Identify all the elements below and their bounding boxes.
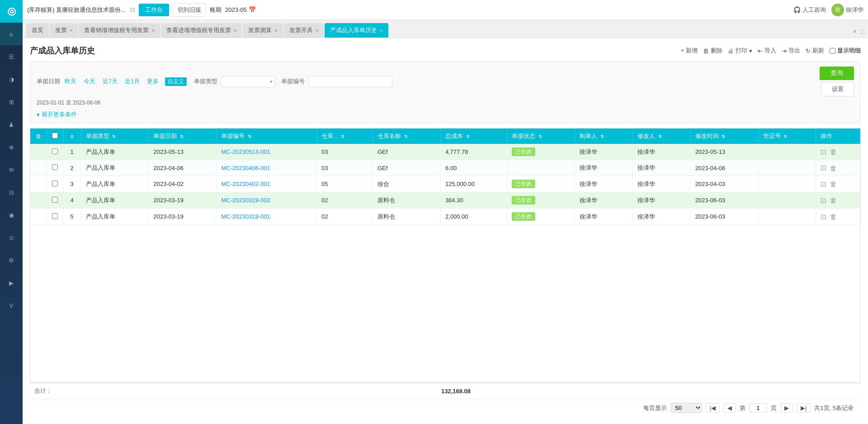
row-link-3[interactable]: MC-20230319-002: [221, 197, 270, 204]
print-button[interactable]: 🖨 打印 ▾: [728, 47, 752, 55]
row-link-0[interactable]: MC-20230513-001: [221, 148, 270, 155]
row-checkbox-0[interactable]: [52, 148, 58, 154]
expand-button[interactable]: ▾ 展开更多条件: [37, 110, 77, 119]
td-number-2[interactable]: MC-20230402-001: [217, 176, 316, 192]
sidebar-item-10[interactable]: ⊙: [0, 226, 23, 249]
tab-invoice-issue[interactable]: 发票开具 ×: [284, 23, 324, 38]
tab-product-history-close[interactable]: ×: [380, 28, 382, 33]
sidebar-item-menu[interactable]: ☰: [0, 45, 23, 68]
shortcut-more[interactable]: 更多: [146, 77, 160, 86]
tab-invoice-close[interactable]: ×: [70, 28, 72, 33]
sidebar-item-9[interactable]: ◉: [0, 204, 23, 226]
row-checkbox-2[interactable]: [52, 181, 58, 186]
th-number[interactable]: 单据编号 ⇅: [217, 129, 316, 144]
tab-invoice-issue-close[interactable]: ×: [316, 28, 318, 33]
td-checkbox-1[interactable]: [47, 160, 63, 176]
filter-type-select[interactable]: [221, 76, 275, 87]
filter-number-input[interactable]: [308, 76, 392, 87]
tab-invoice-calc-close[interactable]: ×: [274, 28, 277, 33]
copy-icon[interactable]: ⊡: [130, 6, 135, 13]
tab-purchase-vat[interactable]: 查看进项增值税专用发票 ×: [161, 23, 242, 38]
th-warehouse-name[interactable]: 仓库名称 ⇅: [373, 129, 440, 144]
sidebar-item-home[interactable]: ⌂: [0, 23, 23, 45]
shortcut-yesterday[interactable]: 昨天: [64, 77, 77, 86]
td-checkbox-4[interactable]: [47, 209, 63, 225]
tab-sales-vat[interactable]: 查看销项增值税专用发票 ×: [79, 23, 160, 38]
reset-button[interactable]: 设置: [821, 82, 854, 96]
column-settings-icon[interactable]: ⚙: [36, 133, 41, 140]
th-date[interactable]: 单据日期 ⇅: [149, 129, 217, 144]
calendar-icon[interactable]: 📅: [249, 6, 256, 13]
sidebar-item-message[interactable]: ✉: [0, 158, 23, 181]
row-link-1[interactable]: MC-20230406-001: [221, 165, 270, 172]
shortcut-7days[interactable]: 近7天: [102, 77, 118, 86]
show-detail-checkbox[interactable]: [830, 48, 835, 54]
workbench-button[interactable]: 工作台: [139, 4, 169, 16]
tab-purchase-vat-close[interactable]: ×: [234, 28, 236, 33]
row-checkbox-3[interactable]: [52, 197, 58, 203]
tab-sales-vat-close[interactable]: ×: [151, 28, 154, 33]
th-voucher[interactable]: 凭证号 ⇅: [758, 129, 816, 144]
td-number-1[interactable]: MC-20230406-001: [217, 160, 316, 176]
row-link-4[interactable]: MC-20230319-001: [221, 213, 270, 220]
prev-page-button[interactable]: ◀: [723, 403, 736, 413]
delete-row-icon-0[interactable]: 🗑: [830, 148, 837, 156]
sidebar-item-play[interactable]: ▶: [0, 272, 23, 294]
last-page-button[interactable]: ▶|: [797, 403, 811, 413]
td-number-0[interactable]: MC-20230513-001: [217, 144, 316, 160]
th-warehouse-code[interactable]: 仓库... ⇅: [316, 129, 373, 144]
sidebar-item-settings[interactable]: ⚙: [0, 249, 23, 272]
user-info[interactable]: 徐 徐泽华: [831, 4, 863, 16]
tab-invoice-calc[interactable]: 发票测算 ×: [243, 23, 283, 38]
delete-row-icon-1[interactable]: 🗑: [830, 164, 837, 172]
delete-row-icon-2[interactable]: 🗑: [830, 180, 837, 188]
edit-icon-2[interactable]: ⊡: [821, 180, 826, 188]
sidebar-item-apps[interactable]: ⊞: [0, 91, 23, 113]
edit-icon-3[interactable]: ⊡: [821, 196, 826, 205]
per-page-select[interactable]: 50 20 100: [670, 403, 702, 413]
edit-icon-0[interactable]: ⊡: [821, 148, 826, 156]
tab-home[interactable]: 首页: [26, 23, 49, 38]
sidebar-item-8[interactable]: ⊟: [0, 181, 23, 204]
edit-icon-4[interactable]: ⊡: [821, 213, 826, 221]
td-number-3[interactable]: MC-20230319-002: [217, 192, 316, 209]
td-number-4[interactable]: MC-20230319-001: [217, 209, 316, 225]
th-total-cost[interactable]: 总成本 ⇅: [440, 129, 507, 144]
th-creator[interactable]: 制单人 ⇅: [575, 129, 633, 144]
shortcut-custom[interactable]: 自定义: [165, 77, 187, 86]
td-checkbox-3[interactable]: [47, 192, 63, 209]
switch-version-button[interactable]: 切到旧版: [173, 3, 206, 17]
new-button[interactable]: + 新增: [681, 47, 698, 55]
import-button[interactable]: ⇤ 导入: [758, 47, 776, 55]
query-button[interactable]: 查询: [820, 67, 854, 80]
row-checkbox-4[interactable]: [52, 213, 58, 219]
td-checkbox-0[interactable]: [47, 144, 63, 160]
shortcut-1month[interactable]: 近1月: [124, 77, 141, 86]
sidebar-logo[interactable]: ◎: [0, 0, 23, 23]
tab-product-history[interactable]: 产成品入库单历史 ×: [325, 23, 388, 38]
delete-row-icon-4[interactable]: 🗑: [830, 213, 837, 220]
th-type[interactable]: 单据类型 ⇅: [81, 129, 149, 144]
sidebar-item-v[interactable]: V: [0, 294, 23, 317]
th-modify-time[interactable]: 修改时间 ⇅: [690, 129, 758, 144]
edit-icon-1[interactable]: ⊡: [821, 164, 826, 172]
sidebar-item-6[interactable]: ⊕: [0, 136, 23, 158]
user-service[interactable]: 🎧 人工咨询: [793, 6, 826, 14]
company-selector[interactable]: (库存核算) 直播轻旅通信息技术股份... ▾: [27, 6, 127, 14]
td-checkbox-2[interactable]: [47, 176, 63, 192]
shortcut-today[interactable]: 今天: [83, 77, 96, 86]
delete-row-icon-3[interactable]: 🗑: [830, 196, 837, 204]
sidebar-item-report[interactable]: ◑: [0, 68, 23, 91]
tab-window-close[interactable]: ×: [853, 28, 857, 36]
refresh-button[interactable]: ↻ 刷新: [806, 47, 824, 55]
sidebar-item-5[interactable]: ♟: [0, 113, 23, 136]
tab-invoice[interactable]: 发票 ×: [50, 23, 78, 38]
next-page-button[interactable]: ▶: [780, 403, 793, 413]
row-checkbox-1[interactable]: [52, 164, 58, 170]
export-button[interactable]: ⇥ 导出: [782, 47, 800, 55]
show-detail-toggle[interactable]: 显示明细: [830, 47, 861, 55]
current-page-input[interactable]: [749, 403, 767, 413]
delete-button[interactable]: 🗑 删除: [703, 47, 722, 55]
first-page-button[interactable]: |◀: [706, 403, 720, 413]
th-settings[interactable]: ⚙: [30, 129, 47, 144]
